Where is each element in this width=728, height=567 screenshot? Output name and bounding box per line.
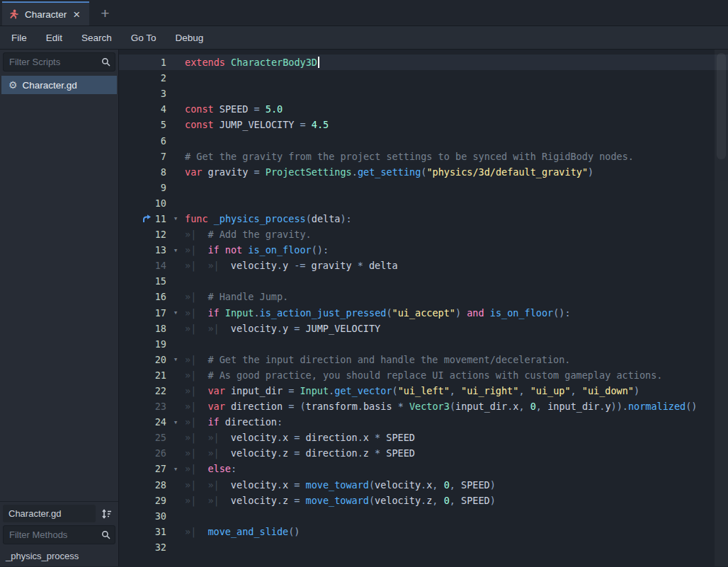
- new-script-button[interactable]: +: [101, 6, 109, 21]
- code-token: ,: [450, 385, 461, 396]
- line-gutter[interactable]: 21: [119, 370, 166, 381]
- code-line[interactable]: 4const SPEED = 5.0: [119, 101, 728, 117]
- code-line[interactable]: 26»|»|velocity.z = direction.z * SPEED: [119, 445, 728, 461]
- code-line[interactable]: 19: [119, 336, 728, 352]
- code-line[interactable]: 12»|# Add the gravity.: [119, 227, 728, 242]
- code-line[interactable]: 31»|move_and_slide(): [119, 524, 728, 539]
- line-gutter[interactable]: 27: [119, 463, 166, 474]
- line-gutter[interactable]: 32: [119, 542, 166, 553]
- line-gutter[interactable]: 3: [119, 88, 166, 99]
- line-gutter[interactable]: 20: [119, 354, 166, 365]
- menu-search[interactable]: Search: [81, 33, 112, 43]
- line-gutter[interactable]: 19: [119, 338, 166, 350]
- line-gutter[interactable]: 1: [119, 57, 166, 68]
- line-gutter[interactable]: 26: [119, 447, 166, 459]
- code-line[interactable]: 3: [119, 86, 728, 101]
- code-token: ,: [518, 401, 530, 412]
- code-line[interactable]: 29»|»|velocity.z = move_toward(velocity.…: [119, 493, 728, 508]
- menu-debug[interactable]: Debug: [176, 33, 204, 43]
- code-line[interactable]: 22»|var input_dir = Input.get_vector("ui…: [119, 383, 728, 399]
- line-gutter[interactable]: 13: [119, 244, 166, 256]
- code-token: direction: [220, 416, 277, 428]
- code-line[interactable]: 30: [119, 508, 728, 524]
- code-line[interactable]: 32: [119, 539, 728, 555]
- line-gutter[interactable]: 31: [119, 526, 166, 537]
- filter-scripts-input[interactable]: [8, 56, 98, 68]
- line-gutter[interactable]: 6: [119, 135, 166, 147]
- code-line[interactable]: 10: [119, 195, 728, 211]
- method-list-item[interactable]: _physics_process: [0, 547, 118, 565]
- fold-arrow-icon[interactable]: ▾: [166, 464, 185, 474]
- sort-methods-icon: [101, 508, 113, 520]
- code-line[interactable]: 18»|»|velocity.y = JUMP_VELOCITY: [119, 321, 728, 336]
- line-gutter[interactable]: 12: [119, 229, 166, 240]
- line-gutter[interactable]: 30: [119, 510, 166, 522]
- line-gutter[interactable]: 28: [119, 479, 166, 491]
- line-gutter[interactable]: 24: [119, 416, 166, 428]
- code-token: .: [277, 323, 283, 334]
- code-line[interactable]: 17▾»|if Input.is_action_just_pressed("ui…: [119, 305, 728, 321]
- code-line[interactable]: 7# Get the gravity from the project sett…: [119, 149, 728, 164]
- fold-arrow-icon[interactable]: ▾: [166, 246, 185, 255]
- line-gutter[interactable]: 2: [119, 72, 166, 84]
- sort-methods-button[interactable]: [98, 505, 115, 522]
- method-override-arrow-icon[interactable]: [142, 214, 152, 223]
- line-gutter[interactable]: 5: [119, 119, 166, 130]
- script-list-item-character[interactable]: ⚙ Character.gd: [1, 76, 117, 94]
- line-gutter[interactable]: 9: [119, 182, 166, 193]
- menu-goto[interactable]: Go To: [131, 33, 157, 43]
- code-text: »|if Input.is_action_just_pressed("ui_ac…: [185, 307, 571, 319]
- code-token: z: [283, 447, 294, 459]
- code-line[interactable]: 8var gravity = ProjectSettings.get_setti…: [119, 164, 728, 180]
- code-line[interactable]: 6: [119, 132, 728, 148]
- code-line[interactable]: 15: [119, 273, 728, 289]
- line-gutter[interactable]: 18: [119, 323, 166, 334]
- fold-arrow-icon[interactable]: ▾: [166, 308, 185, 317]
- code-line[interactable]: 23»|var direction = (transform.basis * V…: [119, 399, 728, 414]
- tab-character-script[interactable]: Character ×: [2, 1, 89, 25]
- code-line[interactable]: 27▾»|else:: [119, 461, 728, 476]
- scrollbar-grabber[interactable]: [717, 53, 726, 159]
- fold-arrow-icon[interactable]: ▾: [166, 214, 185, 223]
- line-gutter[interactable]: 15: [119, 275, 166, 287]
- fold-arrow-icon[interactable]: ▾: [166, 418, 185, 427]
- line-gutter[interactable]: 16: [119, 291, 166, 302]
- code-line[interactable]: 2: [119, 70, 728, 86]
- line-gutter[interactable]: 17: [119, 307, 166, 319]
- code-line[interactable]: 9: [119, 180, 728, 195]
- gear-icon: ⚙: [8, 80, 18, 90]
- code-line[interactable]: 11▾func _physics_process(delta):: [119, 211, 728, 227]
- line-gutter[interactable]: 4: [119, 103, 166, 115]
- code-line[interactable]: 1extends CharacterBody3D: [119, 55, 728, 70]
- filter-methods-input[interactable]: [8, 529, 98, 541]
- code-line[interactable]: 21»|# As good practice, you should repla…: [119, 367, 728, 383]
- line-gutter[interactable]: 23: [119, 401, 166, 412]
- line-gutter[interactable]: 25: [119, 432, 166, 443]
- line-gutter[interactable]: 8: [119, 166, 166, 178]
- vertical-scrollbar[interactable]: [715, 50, 728, 566]
- code-line[interactable]: 20▾»|# Get the input direction and handl…: [119, 352, 728, 367]
- code-token: and: [467, 307, 484, 319]
- line-gutter[interactable]: 10: [119, 197, 166, 209]
- line-gutter[interactable]: 7: [119, 151, 166, 162]
- code-line[interactable]: 24▾»|if direction:: [119, 414, 728, 430]
- line-gutter[interactable]: 11: [119, 213, 166, 224]
- code-line[interactable]: 16»|# Handle Jump.: [119, 289, 728, 304]
- code-line[interactable]: 13▾»|if not is_on_floor():: [119, 242, 728, 258]
- menu-edit[interactable]: Edit: [46, 33, 62, 43]
- code-token: x: [363, 432, 375, 443]
- code-line[interactable]: 5const JUMP_VELOCITY = 4.5: [119, 117, 728, 132]
- code-editor[interactable]: 1extends CharacterBody3D234const SPEED =…: [119, 50, 728, 566]
- code-line[interactable]: 28»|»|velocity.x = move_toward(velocity.…: [119, 477, 728, 493]
- line-gutter[interactable]: 22: [119, 385, 166, 396]
- line-gutter[interactable]: 29: [119, 495, 166, 506]
- code-token: :: [277, 416, 283, 428]
- menu-file[interactable]: File: [11, 33, 27, 43]
- code-token: direction: [225, 401, 288, 412]
- fold-arrow-icon[interactable]: ▾: [166, 355, 185, 364]
- code-line[interactable]: 25»|»|velocity.x = direction.x * SPEED: [119, 430, 728, 445]
- line-number: 9: [161, 182, 166, 193]
- close-tab-icon[interactable]: ×: [72, 8, 81, 21]
- code-line[interactable]: 14»|»|velocity.y -= gravity * delta: [119, 258, 728, 273]
- line-gutter[interactable]: 14: [119, 260, 166, 271]
